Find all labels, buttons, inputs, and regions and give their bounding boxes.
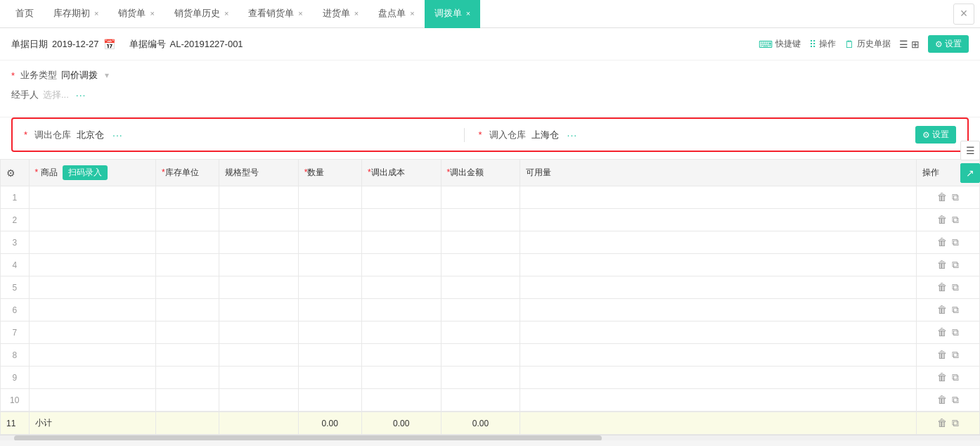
tab-close-transfer[interactable]: ×: [466, 9, 470, 18]
row-spec-2[interactable]: [219, 209, 299, 231]
warehouse-out-ellipsis[interactable]: ···: [112, 129, 123, 141]
row-product-1[interactable]: [29, 186, 155, 209]
row-unit-1[interactable]: [155, 186, 219, 209]
row-spec-4[interactable]: [219, 254, 299, 276]
row-product-2[interactable]: [29, 209, 155, 231]
warehouse-settings-button[interactable]: ⚙ 设置: [915, 126, 956, 144]
row-product-4[interactable]: [29, 254, 155, 276]
row-cost-4[interactable]: [361, 254, 441, 276]
row-copy-icon-2[interactable]: ⧉: [952, 214, 959, 225]
row-quantity-2[interactable]: [298, 209, 361, 231]
row-delete-icon-8[interactable]: 🗑: [937, 349, 947, 360]
tab-inventory-check[interactable]: 盘点单 ×: [368, 0, 424, 28]
row-unit-3[interactable]: [155, 231, 219, 254]
subtotal-delete-icon[interactable]: 🗑: [937, 417, 947, 428]
row-available-2[interactable]: [520, 209, 917, 231]
tab-close-inventory-check[interactable]: ×: [410, 9, 414, 18]
row-spec-6[interactable]: [219, 299, 299, 321]
row-available-7[interactable]: [520, 321, 917, 344]
row-delete-icon-9[interactable]: 🗑: [937, 371, 947, 383]
row-spec-3[interactable]: [219, 231, 299, 254]
tab-close-inventory-init[interactable]: ×: [94, 9, 98, 18]
row-available-4[interactable]: [520, 254, 917, 276]
tab-view-sales[interactable]: 查看销货单 ×: [238, 0, 312, 28]
row-copy-icon-1[interactable]: ⧉: [952, 191, 959, 203]
tab-close-sales-history[interactable]: ×: [224, 9, 228, 18]
settings-button[interactable]: ⚙ 设置: [928, 35, 969, 53]
row-amount-4[interactable]: [441, 254, 520, 276]
row-amount-10[interactable]: [441, 389, 520, 412]
row-cost-3[interactable]: [361, 231, 441, 254]
tab-transfer[interactable]: 调拨单 ×: [425, 0, 480, 28]
horizontal-scrollbar[interactable]: [0, 435, 980, 440]
row-copy-icon-6[interactable]: ⧉: [952, 304, 959, 315]
tab-inventory-init[interactable]: 库存期初 ×: [44, 0, 108, 28]
row-unit-6[interactable]: [155, 299, 219, 321]
dropdown-arrow-icon[interactable]: ▾: [105, 70, 109, 80]
row-cost-7[interactable]: [361, 321, 441, 344]
row-product-7[interactable]: [29, 321, 155, 344]
tab-home[interactable]: 首页: [6, 0, 44, 28]
row-product-10[interactable]: [29, 389, 155, 412]
row-amount-5[interactable]: [441, 276, 520, 299]
row-cost-9[interactable]: [361, 367, 441, 389]
row-amount-2[interactable]: [441, 209, 520, 231]
calendar-icon[interactable]: 📅: [103, 39, 115, 50]
row-available-10[interactable]: [520, 389, 917, 412]
row-amount-3[interactable]: [441, 231, 520, 254]
operate-button[interactable]: ⠿ 操作: [809, 38, 836, 50]
row-quantity-1[interactable]: [298, 186, 361, 209]
tab-sales-order[interactable]: 销货单 ×: [108, 0, 164, 28]
row-amount-7[interactable]: [441, 321, 520, 344]
tab-close-sales-order[interactable]: ×: [150, 9, 154, 18]
row-spec-1[interactable]: [219, 186, 299, 209]
row-quantity-10[interactable]: [298, 389, 361, 412]
row-copy-icon-4[interactable]: ⧉: [952, 259, 959, 270]
row-copy-icon-8[interactable]: ⧉: [952, 349, 959, 360]
tab-close-view-sales[interactable]: ×: [298, 9, 302, 18]
row-cost-5[interactable]: [361, 276, 441, 299]
row-copy-icon-5[interactable]: ⧉: [952, 281, 959, 293]
scrollbar-thumb[interactable]: [14, 435, 602, 440]
business-type-value[interactable]: 同价调拨: [61, 69, 98, 82]
row-quantity-4[interactable]: [298, 254, 361, 276]
row-spec-8[interactable]: [219, 344, 299, 367]
row-amount-8[interactable]: [441, 344, 520, 367]
row-copy-icon-10[interactable]: ⧉: [952, 394, 959, 405]
table-gear-icon[interactable]: ⚙: [6, 167, 15, 179]
row-copy-icon-3[interactable]: ⧉: [952, 236, 959, 248]
row-cost-1[interactable]: [361, 186, 441, 209]
layout-icon-grid[interactable]: ⊞: [911, 39, 920, 50]
row-amount-6[interactable]: [441, 299, 520, 321]
warehouse-in-ellipsis[interactable]: ···: [567, 129, 578, 141]
row-product-6[interactable]: [29, 299, 155, 321]
row-product-3[interactable]: [29, 231, 155, 254]
row-product-9[interactable]: [29, 367, 155, 389]
row-delete-icon-7[interactable]: 🗑: [937, 326, 947, 338]
sidebar-list-icon[interactable]: ☰: [960, 141, 980, 160]
row-unit-10[interactable]: [155, 389, 219, 412]
row-delete-icon-5[interactable]: 🗑: [937, 281, 947, 293]
row-amount-1[interactable]: [441, 186, 520, 209]
row-available-8[interactable]: [520, 344, 917, 367]
row-quantity-9[interactable]: [298, 367, 361, 389]
scan-button[interactable]: 扫码录入: [63, 165, 108, 180]
row-quantity-7[interactable]: [298, 321, 361, 344]
row-unit-2[interactable]: [155, 209, 219, 231]
row-delete-icon-10[interactable]: 🗑: [937, 394, 947, 405]
row-product-5[interactable]: [29, 276, 155, 299]
row-cost-2[interactable]: [361, 209, 441, 231]
row-available-1[interactable]: [520, 186, 917, 209]
row-quantity-3[interactable]: [298, 231, 361, 254]
close-all-tabs-button[interactable]: ×: [953, 4, 974, 25]
tab-purchase-order[interactable]: 进货单 ×: [313, 0, 368, 28]
tab-sales-history[interactable]: 销货单历史 ×: [165, 0, 238, 28]
row-available-3[interactable]: [520, 231, 917, 254]
handler-ellipsis-button[interactable]: ···: [76, 89, 86, 101]
row-unit-7[interactable]: [155, 321, 219, 344]
row-product-8[interactable]: [29, 344, 155, 367]
row-cost-6[interactable]: [361, 299, 441, 321]
row-available-9[interactable]: [520, 367, 917, 389]
row-unit-4[interactable]: [155, 254, 219, 276]
row-spec-9[interactable]: [219, 367, 299, 389]
